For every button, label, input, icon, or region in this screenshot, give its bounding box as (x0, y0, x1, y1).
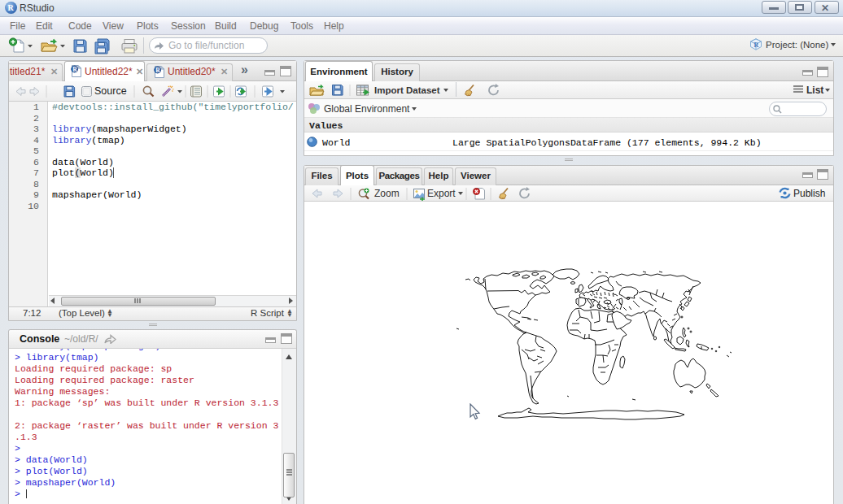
svg-text:R: R (754, 41, 759, 49)
svg-text:R: R (72, 66, 77, 73)
svg-text:R: R (155, 67, 160, 74)
